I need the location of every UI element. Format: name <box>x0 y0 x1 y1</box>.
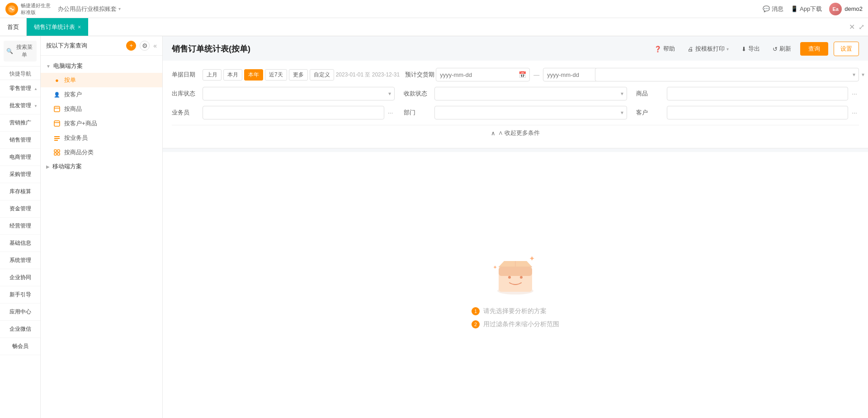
sidebar-item-marketing[interactable]: 营销推广 <box>0 114 40 132</box>
page-title: 销售订单统计表(按单) <box>172 43 250 54</box>
product-icon <box>53 105 61 113</box>
scheme-group-pc-label: 电脑端方案 <box>53 62 83 70</box>
tab-close-button[interactable]: × <box>78 24 81 30</box>
add-scheme-button[interactable]: + <box>126 41 136 51</box>
svg-point-15 <box>508 276 511 279</box>
scheme-group-mobile-label: 移动端方案 <box>52 162 82 171</box>
date-range-display: 2023-01-01 至 2023-12-31 <box>336 71 400 79</box>
sidebar-item-purchase[interactable]: 采购管理 <box>0 166 40 183</box>
export-icon: ⬇ <box>741 46 746 52</box>
scheme-item-by-product[interactable]: 按商品 <box>41 102 162 116</box>
scheme-group-pc-header[interactable]: ▼ 电脑端方案 <box>41 59 162 73</box>
time-btn-this-year[interactable]: 本年 <box>244 69 263 81</box>
sidebar-item-basic[interactable]: 基础信息 <box>0 235 40 252</box>
calendar-start-icon[interactable]: 📅 <box>519 71 526 78</box>
time-btn-last-month[interactable]: 上月 <box>203 69 222 81</box>
tab-home[interactable]: 首页 <box>0 18 27 36</box>
page-titlebar: 销售订单统计表(按单) ❓ 帮助 🖨 按模板打印 ▾ ⬇ 导出 <box>163 36 868 61</box>
page-toolbar: ❓ 帮助 🖨 按模板打印 ▾ ⬇ 导出 ↺ 刷新 <box>651 42 859 56</box>
scheme-group-pc: ▼ 电脑端方案 ● 按单 👤 按客户 按 <box>41 59 162 160</box>
help-button[interactable]: ❓ 帮助 <box>651 43 679 55</box>
empty-illustration: ✦ ✦ <box>486 242 545 298</box>
time-btn-more[interactable]: 更多 <box>289 69 308 81</box>
export-button[interactable]: ⬇ 导出 <box>738 43 764 55</box>
sidebar-item-member[interactable]: 畅会员 <box>0 338 40 355</box>
date-filter-field: 单据日期 上月 本月 本年 近7天 更多 自定义 2023-01-01 至 20… <box>172 69 400 81</box>
sidebar-item-ecommerce[interactable]: 电商管理 <box>0 149 40 166</box>
filter-row-2: 出库状态 收款状态 <box>172 87 859 100</box>
sidebar-item-finance[interactable]: 资金管理 <box>0 200 40 218</box>
step-1-num: 1 <box>472 307 480 315</box>
settings-button[interactable]: 设置 <box>834 42 859 56</box>
search-button[interactable]: 查询 <box>800 42 828 56</box>
sidebar-item-wechat[interactable]: 企业微信 <box>0 321 40 338</box>
sidebar-item-operations[interactable]: 经营管理 <box>0 218 40 235</box>
tab-sales-stats[interactable]: 销售订单统计表 × <box>27 18 88 36</box>
ship-status-label: 出库状态 <box>172 90 199 98</box>
product-label: 商品 <box>636 90 663 98</box>
scheme-item-by-customer-product[interactable]: 按客户+商品 <box>41 116 162 131</box>
date-filter-label: 单据日期 <box>172 71 199 79</box>
search-menu-button[interactable]: 🔍 搜索菜单 <box>4 41 37 62</box>
sidebar-item-inventory[interactable]: 库存核算 <box>0 183 40 200</box>
logo-text: 畅捷通好生意 标准版 <box>21 2 51 15</box>
expected-date-start-input[interactable] <box>436 68 530 81</box>
scheme-item-by-customer[interactable]: 👤 按客户 <box>41 87 162 102</box>
sidebar-item-wholesale[interactable]: 批发管理 <box>0 97 40 114</box>
sidebar-item-guide[interactable]: 新手引导 <box>0 286 40 304</box>
scheme-group-mobile-header[interactable]: ▶ 移动端方案 <box>41 160 162 173</box>
print-dropdown-icon: ▾ <box>726 47 729 52</box>
page-selector-label: 办公用品行业模拟账套 <box>58 5 117 13</box>
ship-status-select[interactable] <box>203 87 395 100</box>
sidebar-item-apps[interactable]: 应用中心 <box>0 304 40 321</box>
time-btn-last-7-days[interactable]: 近7天 <box>265 69 287 81</box>
dept-select[interactable] <box>434 106 627 119</box>
salesperson-input[interactable] <box>203 106 384 119</box>
app-download-button[interactable]: 📱 App下载 <box>791 5 822 13</box>
collapse-filter-button[interactable]: ∧ ∧ 收起更多条件 <box>172 125 859 141</box>
product-more-icon[interactable]: ··· <box>850 90 859 97</box>
sidebar-item-sales[interactable]: 销售管理 <box>0 132 40 149</box>
print-button[interactable]: 🖨 按模板打印 ▾ <box>684 43 732 55</box>
close-window-icon[interactable]: ✕ <box>849 23 855 31</box>
empty-state: ✦ ✦ 1 请先选择要分析的方案 2 用过滤条件来缩小分析范围 <box>163 152 868 418</box>
doc-status-select[interactable] <box>595 68 859 81</box>
time-btn-custom[interactable]: 自定义 <box>310 69 334 81</box>
page-selector[interactable]: 办公用品行业模拟账套 ▾ <box>54 3 124 15</box>
svg-rect-10 <box>54 153 57 155</box>
receive-status-label: 收款状态 <box>404 90 431 98</box>
user-profile[interactable]: Ea demo2 <box>829 3 863 15</box>
sidebar-item-retail[interactable]: 零售管理 <box>0 80 40 97</box>
scheme-item-by-order[interactable]: ● 按单 <box>41 73 162 87</box>
maximize-window-icon[interactable]: ⤢ <box>859 23 864 31</box>
product-input[interactable] <box>667 87 849 100</box>
svg-rect-9 <box>57 150 60 152</box>
order-icon: ● <box>53 76 61 84</box>
doc-status-select-wrapper <box>595 68 859 81</box>
sidebar-quick-nav[interactable]: 快捷导航 <box>0 66 40 80</box>
receive-status-select[interactable] <box>434 87 627 100</box>
sidebar-item-corp[interactable]: 企业协同 <box>0 269 40 286</box>
svg-rect-1 <box>54 106 60 112</box>
customer-input[interactable] <box>667 106 849 119</box>
message-button[interactable]: 💬 消息 <box>763 5 783 13</box>
content-area: 按以下方案查询 + ⚙ « ▼ 电脑端方案 ● 按单 <box>41 36 868 418</box>
receive-status-field: 收款状态 <box>404 87 627 100</box>
user-name-label: demo2 <box>844 5 863 12</box>
customer-more-icon[interactable]: ··· <box>850 109 859 116</box>
refresh-button[interactable]: ↺ 刷新 <box>769 43 795 55</box>
edit-scheme-button[interactable]: ⚙ <box>140 41 150 51</box>
download-icon: 📱 <box>791 5 798 12</box>
date-separator: — <box>532 71 541 78</box>
scheme-item-by-salesperson[interactable]: 按业务员 <box>41 131 162 145</box>
sidebar-item-system[interactable]: 系统管理 <box>0 252 40 269</box>
svg-text:✦: ✦ <box>493 264 497 271</box>
svg-point-16 <box>520 276 523 279</box>
empty-hint-1: 请先选择要分析的方案 <box>483 307 547 315</box>
time-btn-this-month[interactable]: 本月 <box>223 69 242 81</box>
scheme-item-by-category[interactable]: 按商品分类 <box>41 145 162 160</box>
collapse-panel-button[interactable]: « <box>153 42 157 49</box>
salesperson-more-icon[interactable]: ··· <box>386 109 395 116</box>
collapse-icon: ∧ <box>491 130 495 137</box>
empty-step-1: 1 请先选择要分析的方案 <box>472 307 559 315</box>
